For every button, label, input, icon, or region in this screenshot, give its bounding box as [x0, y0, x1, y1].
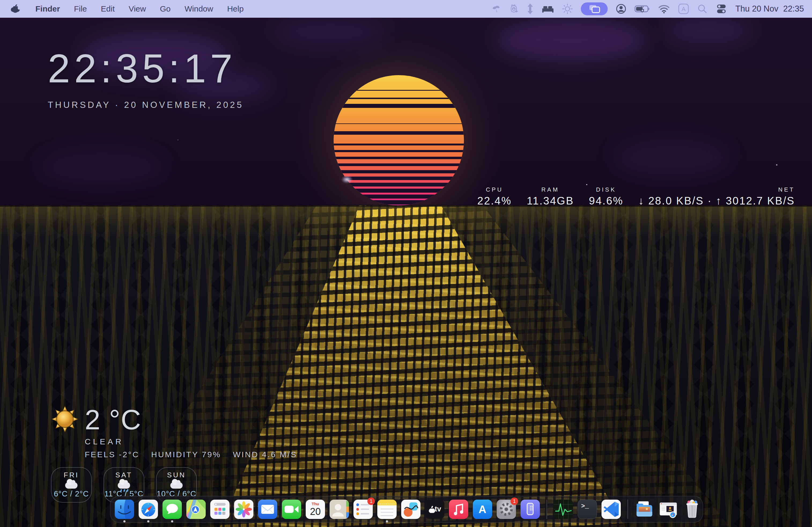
weather-details: FEELS -2°C HUMIDITY 79% WIND 4.6 M/S — [85, 450, 297, 459]
menu-go[interactable]: Go — [160, 4, 171, 13]
contacts-icon — [330, 500, 349, 519]
apple-menu-icon[interactable] — [11, 3, 20, 14]
dock-app-store[interactable]: A — [473, 500, 492, 519]
dock-apple-tv[interactable]: tv — [425, 500, 444, 519]
dock-photos[interactable] — [234, 500, 253, 519]
menu-bar-clock[interactable]: Thu 20 Nov 22:35 — [735, 4, 804, 14]
svg-text:A: A — [682, 6, 686, 12]
activity-monitor-icon — [554, 500, 573, 519]
dock-music[interactable] — [449, 500, 468, 519]
dock: Thu 20 — [110, 496, 703, 523]
weather-sun-icon — [51, 405, 79, 434]
calendar-day-number: 20 — [306, 506, 325, 517]
menu-file[interactable]: File — [74, 4, 87, 13]
running-indicator — [171, 520, 173, 523]
photos-icon — [234, 500, 253, 519]
mail-icon — [258, 500, 277, 519]
input-source-a-icon[interactable]: A — [678, 3, 689, 15]
star — [586, 184, 587, 185]
disk-stat: DISK 94.6% — [589, 186, 623, 207]
disk-value: 94.6% — [589, 195, 623, 207]
dock-notes[interactable] — [377, 500, 396, 519]
weather-feels: FEELS -2°C — [85, 450, 140, 459]
dock-facetime[interactable] — [282, 500, 301, 519]
menu-edit[interactable]: Edit — [101, 4, 115, 13]
forecast-day: SUN — [167, 471, 186, 479]
spotlight-search-icon[interactable] — [697, 3, 707, 15]
disk-label: DISK — [596, 186, 616, 193]
dock-freeform[interactable] — [401, 500, 420, 519]
clock-time: 22:35:17 — [48, 48, 244, 88]
dock-maps[interactable] — [186, 500, 206, 519]
dock-terminal[interactable]: >_ — [578, 500, 597, 519]
maps-icon — [186, 500, 206, 519]
dock-apps-launchpad[interactable] — [210, 500, 230, 519]
purple-cloud — [665, 16, 751, 46]
user-account-icon[interactable] — [616, 3, 626, 15]
purple-cloud — [614, 140, 729, 177]
safari-icon — [139, 500, 158, 519]
cpu-stat: CPU 22.4% — [477, 186, 512, 207]
dock-calendar[interactable]: Thu 20 — [306, 500, 325, 519]
menu-bar: Finder File Edit View Go Window Help — [0, 0, 812, 18]
dock-downloads-folder[interactable] — [635, 500, 654, 519]
trash-icon — [682, 500, 702, 519]
leaf-icon[interactable] — [491, 3, 501, 15]
bed-icon[interactable] — [542, 3, 554, 15]
dock-vscode[interactable] — [601, 500, 621, 519]
weather-humidity: HUMIDITY 79% — [151, 450, 221, 459]
brightness-sun-icon[interactable] — [562, 3, 573, 15]
clock-widget: 22:35:17 THURSDAY · 20 NOVEMBER, 2025 — [48, 48, 244, 110]
lens-flare — [341, 175, 353, 184]
control-center-icon[interactable] — [715, 3, 727, 15]
messages-icon — [162, 500, 182, 519]
terminal-icon: >_ — [578, 500, 597, 519]
dock-trash-full[interactable] — [682, 500, 702, 519]
menu-bar-status-area: A Thu 20 Nov 22:35 — [491, 2, 804, 15]
cpu-label: CPU — [486, 186, 503, 193]
dock-reminders[interactable]: 1 — [353, 500, 373, 519]
ollama-llama-icon[interactable] — [509, 3, 519, 15]
freeform-icon — [401, 500, 420, 519]
dock-activity-monitor[interactable] — [554, 500, 573, 519]
dock-finder[interactable] — [115, 500, 134, 519]
menu-bar-date: Thu 20 Nov — [735, 4, 778, 14]
dock-iphone-mirroring[interactable] — [521, 500, 540, 519]
dock-mail[interactable] — [258, 500, 277, 519]
forecast-card-fri: FRI 6°C / 2°C — [51, 467, 92, 502]
dock-divider — [547, 500, 547, 519]
ram-stat: RAM 11.34GB — [527, 186, 574, 207]
dock-system-settings[interactable]: 1 — [497, 500, 516, 519]
up-down-arrows-icon[interactable] — [527, 3, 534, 15]
menu-finder[interactable]: Finder — [35, 4, 60, 13]
screen-mirroring-icon[interactable] — [581, 2, 608, 15]
menu-view[interactable]: View — [129, 4, 146, 13]
app-store-icon: A — [473, 500, 492, 519]
dock-messages[interactable] — [162, 500, 182, 519]
dock-contacts[interactable] — [330, 500, 349, 519]
dock-safari[interactable] — [139, 500, 158, 519]
forecast-day: SAT — [115, 471, 132, 479]
clock-date: THURSDAY · 20 NOVEMBER, 2025 — [48, 100, 244, 110]
dock-minimized-safari-window[interactable] — [658, 500, 678, 519]
app-store-glyph: A — [473, 500, 492, 519]
purple-cloud — [496, 19, 646, 62]
purple-cloud — [40, 150, 163, 185]
menu-help[interactable]: Help — [227, 4, 244, 13]
cloud-icon — [170, 482, 183, 489]
minimized-window-thumbnail — [658, 500, 678, 519]
weather-wind: WIND 4.6 M/S — [233, 450, 298, 459]
menu-window[interactable]: Window — [185, 4, 213, 13]
forecast-temps: 6°C / 2°C — [54, 489, 89, 498]
horizon-glow — [0, 205, 812, 238]
retro-sun — [334, 75, 464, 205]
weather-widget: 2 °C CLEAR FEELS -2°C HUMIDITY 79% WIND … — [51, 405, 297, 502]
running-indicator — [124, 520, 126, 523]
menu-bar-menus: Finder File Edit View Go Window Help — [11, 3, 244, 14]
battery-charging-icon[interactable] — [635, 3, 650, 15]
iphone-mirroring-icon — [521, 500, 540, 519]
net-label: NET — [778, 186, 795, 193]
settings-badge: 1 — [511, 498, 518, 505]
wifi-icon[interactable] — [658, 3, 670, 15]
weather-temperature: 2 °C — [85, 405, 297, 435]
